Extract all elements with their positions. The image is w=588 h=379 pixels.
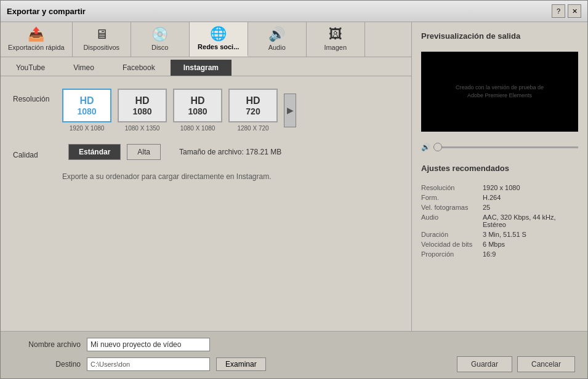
quality-label: Calidad bbox=[13, 145, 62, 159]
tab-audio-label: Audio bbox=[268, 44, 286, 51]
preview-watermark: Creado con la versión de prueba de Adobe… bbox=[456, 84, 544, 99]
resolution-section: Resolución HD 1080 1920 X 1080 HD bbox=[13, 89, 399, 132]
slider-thumb[interactable] bbox=[433, 143, 442, 151]
tab-redes-label: Redes soci... bbox=[198, 43, 239, 50]
res-card-1[interactable]: HD 1080 1080 X 1350 bbox=[118, 89, 167, 132]
setting-row-3: Audio AAC, 320 Kbps, 44 kHz, Estéreo bbox=[421, 212, 578, 229]
preview-slider[interactable] bbox=[433, 146, 578, 148]
subtab-instagram[interactable]: Instagram bbox=[171, 60, 232, 76]
setting-row-6: Proporción 16:9 bbox=[421, 249, 578, 259]
res-box-1[interactable]: HD 1080 bbox=[118, 89, 167, 122]
sub-tabs: YouTube Vimeo Facebook Instagram bbox=[1, 57, 411, 76]
bottom-bar: Nombre archivo Destino C:\Users\don Exam… bbox=[1, 331, 587, 378]
dispositivos-icon: 🖥 bbox=[95, 28, 108, 41]
settings-table: Resolución 1920 x 1080 Form. H.264 Vel. … bbox=[421, 183, 578, 259]
title-bar: Exportar y compartir ? ✕ bbox=[1, 1, 587, 22]
dialog: Exportar y compartir ? ✕ 📤 Exportación r… bbox=[0, 0, 588, 379]
tab-dispositivos[interactable]: 🖥 Dispositivos bbox=[73, 22, 131, 57]
resolution-label: Resolución bbox=[13, 89, 62, 103]
filename-row: Nombre archivo bbox=[13, 338, 575, 351]
res-box-3[interactable]: HD 720 bbox=[228, 89, 278, 122]
help-button[interactable]: ? bbox=[552, 4, 565, 18]
res-dim-2: 1080 X 1080 bbox=[180, 125, 215, 132]
setting-row-0: Resolución 1920 x 1080 bbox=[421, 183, 578, 193]
tab-disco-label: Disco bbox=[151, 44, 169, 51]
audio-icon: 🔊 bbox=[268, 28, 285, 41]
quality-estandar-button[interactable]: Estándar bbox=[68, 144, 121, 160]
setting-row-2: Vel. fotogramas 25 bbox=[421, 202, 578, 212]
dialog-title: Exportar y compartir bbox=[7, 7, 86, 16]
tab-dispositivos-label: Dispositivos bbox=[83, 44, 119, 51]
tab-exportacion-label: Exportación rápida bbox=[8, 44, 65, 51]
preview-slider-row: 🔊 bbox=[421, 143, 578, 151]
tab-disco[interactable]: 💿 Disco bbox=[131, 22, 190, 57]
action-buttons: Guardar Cancelar bbox=[457, 356, 575, 372]
res-card-2[interactable]: HD 1080 1080 X 1080 bbox=[173, 89, 222, 132]
res-dim-3: 1280 X 720 bbox=[237, 125, 268, 132]
title-controls: ? ✕ bbox=[552, 4, 581, 18]
res-card-0[interactable]: HD 1080 1920 X 1080 bbox=[62, 89, 111, 132]
slider-icon: 🔊 bbox=[421, 143, 430, 151]
resolution-cards: HD 1080 1920 X 1080 HD 1080 1080 X 1350 bbox=[62, 89, 296, 132]
subtab-youtube[interactable]: YouTube bbox=[3, 60, 58, 76]
browse-button[interactable]: Examinar bbox=[216, 357, 266, 371]
settings-title: Ajustes recomendados bbox=[421, 164, 578, 173]
res-box-2[interactable]: HD 1080 bbox=[173, 89, 222, 122]
preview-video: Creado con la versión de prueba de Adobe… bbox=[421, 52, 578, 132]
imagen-icon: 🖼 bbox=[329, 28, 342, 41]
disco-icon: 💿 bbox=[151, 28, 168, 41]
tab-audio[interactable]: 🔊 Audio bbox=[248, 22, 307, 57]
content-area: Resolución HD 1080 1920 X 1080 HD bbox=[1, 76, 411, 331]
cancel-button[interactable]: Cancelar bbox=[517, 356, 575, 372]
tab-imagen[interactable]: 🖼 Imagen bbox=[307, 22, 365, 57]
tab-redes-sociales[interactable]: 🌐 Redes soci... bbox=[190, 22, 248, 57]
res-card-3[interactable]: HD 720 1280 X 720 bbox=[228, 89, 278, 132]
file-size-label: Tamaño de archivo: 178.21 MB bbox=[179, 148, 281, 156]
setting-row-4: Duración 3 Min, 51.51 S bbox=[421, 229, 578, 239]
exportacion-icon: 📤 bbox=[28, 28, 44, 41]
subtab-facebook[interactable]: Facebook bbox=[110, 60, 168, 76]
preview-title: Previsualización de salida bbox=[421, 31, 578, 41]
destination-label: Destino bbox=[13, 360, 81, 369]
tab-exportacion-rapida[interactable]: 📤 Exportación rápida bbox=[1, 22, 73, 57]
main-tabs: 📤 Exportación rápida 🖥 Dispositivos 💿 Di… bbox=[1, 22, 411, 57]
res-dim-0: 1920 X 1080 bbox=[70, 125, 105, 132]
filename-label: Nombre archivo bbox=[13, 340, 81, 349]
left-panel: 📤 Exportación rápida 🖥 Dispositivos 💿 Di… bbox=[1, 22, 412, 331]
setting-row-1: Form. H.264 bbox=[421, 193, 578, 202]
res-box-0[interactable]: HD 1080 bbox=[62, 89, 111, 122]
redes-icon: 🌐 bbox=[210, 27, 227, 41]
filename-input[interactable] bbox=[87, 338, 210, 351]
dialog-body: 📤 Exportación rápida 🖥 Dispositivos 💿 Di… bbox=[1, 22, 587, 331]
info-text: Exporte a su ordenador para cargar direc… bbox=[62, 172, 399, 181]
destination-path: C:\Users\don bbox=[87, 357, 210, 371]
subtab-vimeo[interactable]: Vimeo bbox=[60, 60, 107, 76]
right-panel: Previsualización de salida Creado con la… bbox=[412, 22, 587, 331]
quality-section: Calidad Estándar Alta Tamaño de archivo:… bbox=[13, 144, 399, 160]
save-button[interactable]: Guardar bbox=[457, 356, 512, 372]
tab-imagen-label: Imagen bbox=[324, 44, 347, 51]
res-dim-1: 1080 X 1350 bbox=[125, 125, 160, 132]
scroll-right-button[interactable]: ▶ bbox=[284, 94, 296, 127]
quality-alta-button[interactable]: Alta bbox=[127, 144, 161, 160]
setting-row-5: Velocidad de bits 6 Mbps bbox=[421, 239, 578, 249]
destination-row: Destino C:\Users\don Examinar Guardar Ca… bbox=[13, 356, 575, 372]
close-button[interactable]: ✕ bbox=[568, 4, 581, 18]
